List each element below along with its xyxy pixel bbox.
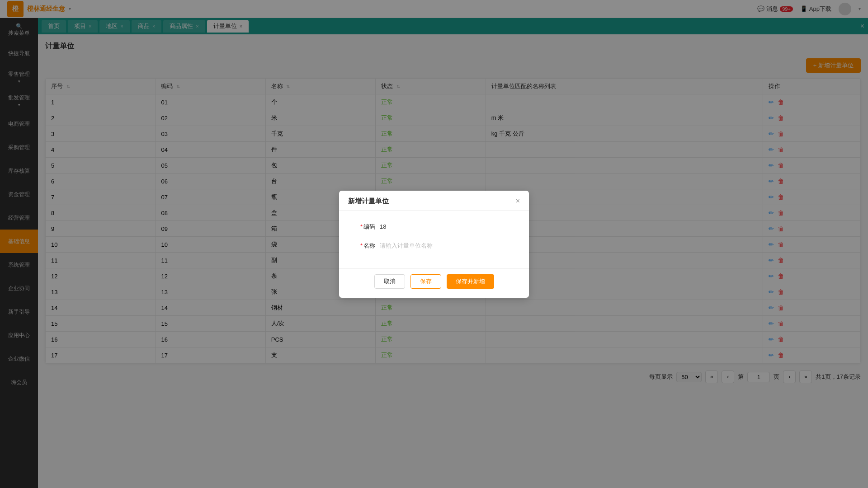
required-mark: * xyxy=(360,223,363,230)
add-unit-dialog: 新增计量单位 × *编码 *名称 取消 保存 保存并新增 xyxy=(339,191,529,298)
form-item-name: *名称 xyxy=(348,240,520,251)
save-new-button[interactable]: 保存并新增 xyxy=(447,274,494,289)
form-item-code: *编码 xyxy=(348,221,520,232)
dialog-header: 新增计量单位 × xyxy=(339,191,529,211)
code-label: *编码 xyxy=(348,223,375,231)
dialog-body: *编码 *名称 xyxy=(339,211,529,268)
save-button[interactable]: 保存 xyxy=(410,274,441,289)
dialog-close-icon[interactable]: × xyxy=(516,197,520,205)
name-label: *名称 xyxy=(348,242,375,250)
cancel-button[interactable]: 取消 xyxy=(374,274,405,289)
name-input[interactable] xyxy=(380,240,520,251)
dialog-footer: 取消 保存 保存并新增 xyxy=(339,268,529,298)
required-mark-2: * xyxy=(360,242,363,249)
dialog-title: 新增计量单位 xyxy=(348,197,389,206)
code-input[interactable] xyxy=(380,221,520,232)
modal-overlay: 新增计量单位 × *编码 *名称 取消 保存 保存并新增 xyxy=(0,0,868,488)
